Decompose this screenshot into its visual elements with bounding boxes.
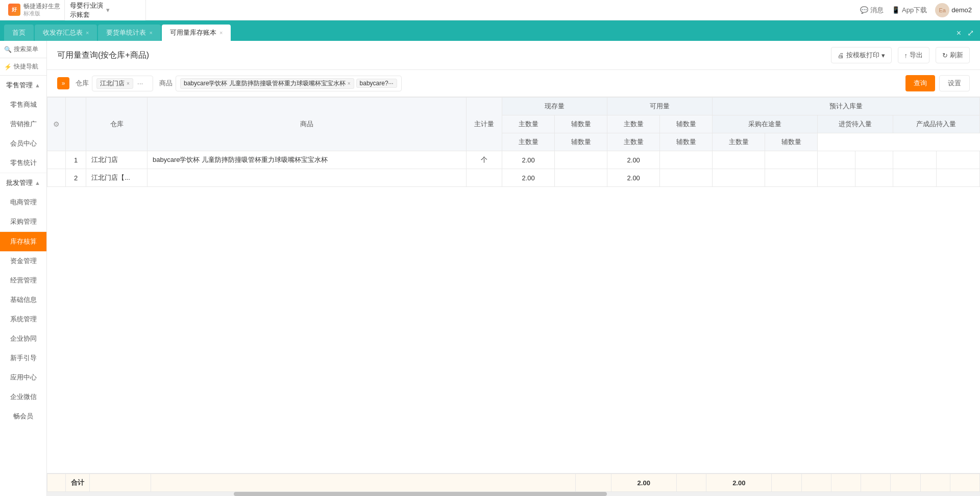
sidebar-item-inventory-check[interactable]: 库存核算 [0, 232, 46, 251]
sidebar-item-finance-mgmt[interactable]: 资金管理 [0, 251, 46, 271]
app-download-action[interactable]: 📱 App下载 [892, 6, 927, 15]
cell-settings [47, 151, 66, 169]
sidebar-item-app-center[interactable]: 应用中心 [0, 368, 46, 387]
filter-product-value2: babycare?··· [360, 80, 394, 87]
cell-unit: 个 [467, 151, 502, 169]
footer-cell-product [151, 474, 576, 492]
sidebar-group-wholesale-label: 批发管理 [6, 178, 33, 187]
footer-finished-main [920, 474, 950, 492]
logo-area: 好 畅捷通好生意 标准版 [8, 3, 60, 17]
sidebar-item-enterprise-collab[interactable]: 企业协同 [0, 329, 46, 348]
filter-product-field: 商品 babycare学饮杯 儿童防摔防撞吸管杯重力球吸嘴杯宝宝水杯 × bab… [159, 76, 402, 91]
th-stock-aux: 辅数量 [555, 115, 607, 133]
sidebar-group-retail-header[interactable]: 零售管理 ▲ [0, 76, 46, 95]
avatar: Ea [935, 3, 949, 17]
settings-btn[interactable]: 设置 [939, 75, 970, 91]
filter-product-input[interactable]: babycare学饮杯 儿童防摔防撞吸管杯重力球吸嘴杯宝宝水杯 × babyca… [176, 76, 402, 91]
footer-cell-warehouse [90, 474, 151, 492]
tab-receipt-close-icon[interactable]: × [86, 30, 89, 36]
th-finished-aux: 辅数量 [765, 133, 818, 151]
sidebar-group-wholesale-header[interactable]: 批发管理 ▲ [0, 173, 46, 193]
filter-warehouse-remove-icon[interactable]: × [127, 81, 130, 86]
chevron-down-icon: ▾ [106, 6, 140, 14]
filter-warehouse-tag: 江北门店 × [96, 78, 133, 89]
sidebar-item-enterprise-wechat[interactable]: 企业微信 [0, 387, 46, 407]
refresh-btn[interactable]: ↻ 刷新 [936, 47, 970, 63]
app-edition: 标准版 [23, 10, 60, 17]
avatar-initials: Ea [939, 7, 946, 13]
top-bar: 好 畅捷通好生意 标准版 母婴行业演示账套 ▾ 💬 消息 📱 App下载 Ea … [0, 0, 980, 20]
user-name: demo2 [951, 6, 972, 14]
sidebar-item-new-guide[interactable]: 新手引导 [0, 348, 46, 368]
export-btn[interactable]: ↑ 导出 [898, 47, 930, 63]
footer-label: 合计 [66, 474, 90, 492]
sidebar-quicknav[interactable]: ⚡ 快捷导航 [0, 58, 46, 76]
table-settings-icon[interactable]: ⚙ [53, 120, 60, 128]
filter-warehouse-more-icon[interactable]: ··· [137, 79, 143, 87]
filter-product1-remove-icon[interactable]: × [348, 81, 351, 86]
filter-actions: 查询 设置 [905, 75, 970, 91]
sidebar: 🔍 搜索菜单 ⚡ 快捷导航 零售管理 ▲ 零售商城 营销推广 会员中心 零售统计 [0, 41, 47, 496]
filter-expand-btn[interactable]: » [57, 77, 69, 89]
tenant-selector[interactable]: 母婴行业演示账套 ▾ [64, 0, 146, 22]
export-icon: ↑ [904, 52, 908, 59]
cell-stock-main: 2.00 [502, 169, 555, 187]
tab-order-close-icon[interactable]: × [149, 30, 152, 36]
sidebar-group-retail-label: 零售管理 [6, 81, 33, 90]
filter-warehouse-input[interactable]: 江北门店 × ··· [92, 76, 153, 91]
cell-avail-aux [660, 151, 713, 169]
sidebar-item-ecommerce[interactable]: 电商管理 [0, 193, 46, 212]
tab-receipt-summary[interactable]: 收发存汇总表 × [35, 25, 97, 41]
cell-finished-aux [936, 151, 979, 169]
data-table: ⚙ 仓库 商品 主计量 现存量 可用量 预计入库量 主数量 辅数量 主数量 [47, 97, 980, 187]
export-label: 导出 [910, 51, 923, 60]
th-goods-pending: 进货待入量 [818, 115, 893, 133]
th-purchase-main: 主数量 [502, 133, 555, 151]
th-settings[interactable]: ⚙ [47, 98, 66, 151]
cell-avail-main: 2.00 [607, 151, 660, 169]
cell-rownum: 2 [66, 169, 86, 187]
filter-warehouse-value: 江北门店 [100, 79, 125, 88]
content-area: 可用量查询(按仓库+商品) 🖨 按模板打印 ▾ ↑ 导出 ↻ 刷新 » [47, 41, 980, 496]
sidebar-quicknav-label: 快捷导航 [14, 62, 38, 71]
sidebar-item-marketing[interactable]: 营销推广 [0, 114, 46, 134]
footer-purchase-aux [831, 474, 861, 492]
th-product: 商品 [148, 98, 467, 151]
cell-warehouse: 江北门店【... [86, 169, 148, 187]
footer-purchase-main [801, 474, 831, 492]
horizontal-scrollbar[interactable] [47, 492, 980, 496]
footer-finished-aux [950, 474, 979, 492]
print-icon: 🖨 [838, 52, 844, 59]
query-btn[interactable]: 查询 [905, 75, 935, 91]
sidebar-item-member-center[interactable]: 会员中心 [0, 134, 46, 153]
footer-cell-settings [47, 474, 66, 492]
sidebar-search[interactable]: 🔍 搜索菜单 [0, 41, 46, 58]
sidebar-item-basic-info[interactable]: 基础信息 [0, 290, 46, 310]
tab-available-inventory[interactable]: 可用量库存账本 × [162, 25, 231, 41]
sidebar-item-retail-stats[interactable]: 零售统计 [0, 153, 46, 173]
close-all-tabs-btn[interactable]: × [954, 28, 963, 39]
th-available: 可用量 [607, 98, 713, 115]
scroll-thumb[interactable] [234, 492, 607, 496]
sidebar-item-sys-mgmt[interactable]: 系统管理 [0, 310, 46, 329]
page-header: 可用量查询(按仓库+商品) 🖨 按模板打印 ▾ ↑ 导出 ↻ 刷新 [47, 41, 980, 70]
search-icon: 🔍 [4, 46, 12, 53]
sidebar-item-vip-member[interactable]: 畅会员 [0, 407, 46, 426]
filter-product-label: 商品 [159, 79, 173, 88]
user-profile[interactable]: Ea demo2 [935, 3, 972, 17]
table-row: 2江北门店【...2.002.00 [47, 169, 980, 187]
page-title: 可用量查询(按仓库+商品) [57, 50, 149, 61]
th-rownum [66, 98, 86, 151]
sidebar-item-retail-mall[interactable]: 零售商城 [0, 95, 46, 114]
logo-text-area: 畅捷通好生意 标准版 [23, 3, 60, 17]
sidebar-item-purchase-mgmt[interactable]: 采购管理 [0, 212, 46, 231]
tab-available-close-icon[interactable]: × [219, 30, 223, 36]
cell-finished-main [893, 169, 936, 187]
message-action[interactable]: 💬 消息 [860, 6, 884, 15]
tab-home[interactable]: 首页 [4, 25, 34, 41]
tab-order-summary[interactable]: 要货单统计表 × [98, 25, 160, 41]
expand-tabs-btn[interactable]: ⤢ [965, 27, 976, 39]
sidebar-item-ops-mgmt[interactable]: 经营管理 [0, 271, 46, 290]
th-warehouse: 仓库 [86, 98, 148, 151]
template-print-btn[interactable]: 🖨 按模板打印 ▾ [831, 47, 892, 63]
